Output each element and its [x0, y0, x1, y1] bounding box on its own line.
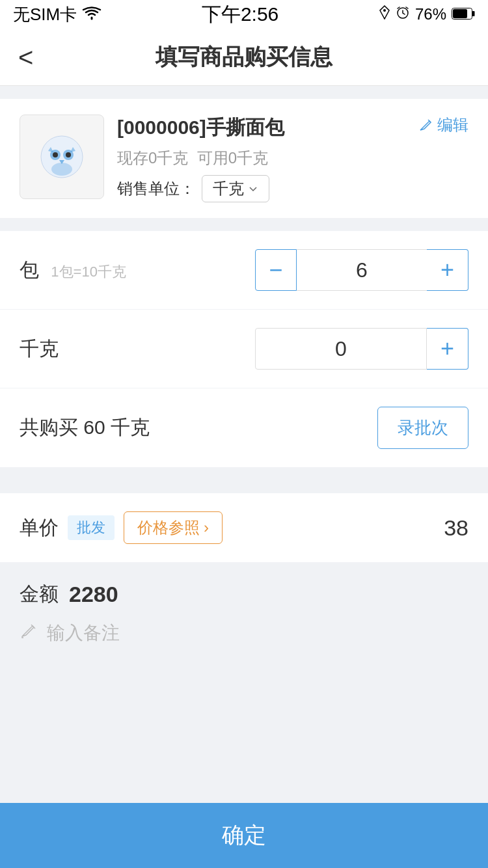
- price-label: 单价 批发 价格参照 ›: [20, 511, 223, 544]
- confirm-button-label: 确定: [222, 821, 266, 850]
- svg-point-8: [53, 152, 58, 157]
- back-button[interactable]: <: [18, 44, 33, 70]
- bao-quantity-input[interactable]: [297, 249, 427, 291]
- bao-row: 包 1包=10千克 − +: [0, 231, 488, 310]
- kg-label: 千克: [20, 336, 255, 362]
- summary-text: 共购买 60 千克: [20, 414, 150, 441]
- location-icon: [379, 5, 390, 23]
- pencil-icon: [20, 622, 38, 645]
- status-time: 下午2:56: [202, 1, 278, 28]
- edit-button[interactable]: 编辑: [418, 115, 468, 135]
- svg-point-9: [66, 152, 71, 157]
- product-name: [0000006]手撕面包: [117, 115, 468, 141]
- product-card: [0000006]手撕面包 现存0千克 可用0千克 销售单位： 千克 编辑: [0, 99, 488, 218]
- price-ref-button[interactable]: 价格参照 ›: [124, 511, 223, 544]
- amount-label: 金额: [20, 581, 59, 608]
- price-section: 单价 批发 价格参照 › 38: [0, 493, 488, 563]
- amount-section: 金额 2280 输入备注: [0, 563, 488, 664]
- product-info: [0000006]手撕面包 现存0千克 可用0千克 销售单位： 千克: [117, 115, 468, 202]
- amount-row: 金额 2280: [20, 581, 468, 608]
- product-image: [20, 115, 104, 199]
- note-row[interactable]: 输入备注: [20, 621, 468, 664]
- input-section: 包 1包=10千克 − + 千克 +: [0, 231, 488, 388]
- product-stock: 现存0千克 可用0千克: [117, 148, 468, 169]
- bao-label: 包 1包=10千克: [20, 257, 255, 284]
- kg-quantity-control: +: [255, 328, 468, 370]
- battery-icon: [452, 5, 475, 23]
- kg-quantity-input[interactable]: [255, 328, 427, 370]
- svg-point-10: [51, 163, 72, 176]
- bao-quantity-control: − +: [255, 249, 468, 291]
- svg-rect-4: [472, 11, 475, 16]
- price-value: 38: [444, 515, 468, 541]
- wifi-icon: [82, 5, 102, 25]
- bao-decrease-button[interactable]: −: [255, 249, 297, 291]
- section-sep-1: [0, 218, 488, 231]
- battery-text: 76%: [415, 5, 446, 23]
- kg-row: 千克 +: [0, 310, 488, 388]
- unit-select[interactable]: 千克: [202, 175, 269, 202]
- section-sep-2: [0, 467, 488, 480]
- amount-value: 2280: [69, 582, 118, 607]
- summary-row: 共购买 60 千克 录批次: [0, 388, 488, 467]
- alarm-icon: [396, 5, 410, 23]
- note-placeholder: 输入备注: [47, 621, 120, 645]
- bao-increase-button[interactable]: +: [427, 249, 468, 291]
- nav-bar: < 填写商品购买信息: [0, 29, 488, 86]
- price-tag: 批发: [68, 515, 115, 540]
- nav-title: 填写商品购买信息: [156, 42, 332, 72]
- carrier-text: 无SIM卡: [13, 3, 77, 26]
- batch-button[interactable]: 录批次: [377, 407, 468, 449]
- status-right: 76%: [379, 5, 475, 23]
- price-row: 单价 批发 价格参照 › 38: [20, 511, 468, 544]
- bao-hint: 1包=10千克: [51, 264, 126, 280]
- product-unit-row: 销售单位： 千克: [117, 175, 468, 202]
- kg-increase-button[interactable]: +: [427, 328, 468, 370]
- svg-rect-3: [453, 9, 467, 18]
- confirm-bar[interactable]: 确定: [0, 803, 488, 868]
- summary-amount: 60: [83, 416, 111, 438]
- status-left: 无SIM卡: [13, 3, 102, 26]
- svg-point-0: [383, 9, 386, 12]
- status-bar: 无SIM卡 下午2:56 76%: [0, 0, 488, 29]
